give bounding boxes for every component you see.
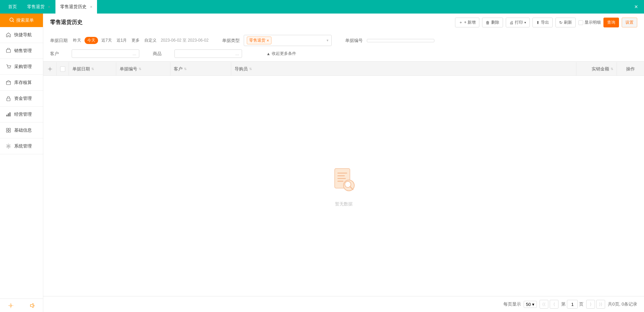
page-number-input[interactable] <box>567 300 578 309</box>
sidebar-item-finance[interactable]: 资金管理 <box>0 91 43 107</box>
query-btn[interactable]: 查询 <box>603 18 619 27</box>
settings-icon <box>5 143 11 149</box>
date-more[interactable]: 更多 <box>130 37 141 44</box>
collapse-up-icon: ▲ <box>266 51 270 56</box>
grid-icon <box>5 127 11 133</box>
date-today[interactable]: 今天 <box>85 37 98 44</box>
show-detail-label: 显示明细 <box>585 20 601 25</box>
table-header: 单据日期 ⇅ 单据编号 ⇅ 客户 ⇅ 导购员 ⇅ 实销金额 ⇅ <box>43 62 644 76</box>
th-customer-label: 客户 <box>174 66 183 72</box>
th-no[interactable]: 单据编号 ⇅ <box>116 62 170 75</box>
print-icon: 🖨 <box>509 20 514 25</box>
customer-input[interactable]: ... <box>72 49 139 58</box>
th-amount-label: 实销金额 <box>592 66 609 72</box>
page-title-row: 零售退货历史 ＋ + 新增 🗑 删除 🖨 打印 ▾ <box>50 18 637 27</box>
header-checkbox[interactable] <box>60 66 65 72</box>
th-guide-sort-icon: ⇅ <box>249 67 252 71</box>
export-label: 导出 <box>541 20 549 25</box>
th-amount[interactable]: 实销金额 ⇅ <box>576 62 617 75</box>
sidebar-item-system-label: 系统管理 <box>14 143 32 149</box>
filter-row-1: 单据日期 昨天 今天 近7天 近1月 更多 自定义 2023-06-02 至 2… <box>50 35 637 46</box>
first-page-btn[interactable]: ⟨⟨ <box>540 300 548 309</box>
new-btn[interactable]: ＋ + 新增 <box>455 18 479 27</box>
next-page-btn[interactable]: ⟩ <box>586 300 595 309</box>
svg-rect-13 <box>9 131 10 132</box>
delete-label: 删除 <box>491 20 499 25</box>
tab-home[interactable]: 首页 <box>3 0 22 14</box>
th-date-sort-icon: ⇅ <box>91 67 94 71</box>
filters-area: 单据日期 昨天 今天 近7天 近1月 更多 自定义 2023-06-02 至 2… <box>50 31 637 58</box>
th-date[interactable]: 单据日期 ⇅ <box>69 62 116 75</box>
sidebar-audio-btn[interactable] <box>22 299 43 312</box>
filter-row-2: 客户 ... 商品 ... ▲ 收起 <box>50 49 637 58</box>
svg-marker-16 <box>30 304 33 308</box>
th-guide[interactable]: 导购员 ⇅ <box>231 62 576 75</box>
sidebar-gear-btn[interactable] <box>0 299 22 312</box>
date-7days[interactable]: 近7天 <box>100 37 113 44</box>
export-btn[interactable]: ⬆ 导出 <box>532 18 553 27</box>
page-header: 零售退货历史 ＋ + 新增 🗑 删除 🖨 打印 ▾ <box>43 14 644 62</box>
empty-state: 暂无数据 <box>43 76 644 296</box>
number-input[interactable] <box>367 39 434 42</box>
th-customer[interactable]: 客户 ⇅ <box>170 62 231 75</box>
tab-retail-return-history-close[interactable]: × <box>90 5 92 9</box>
pagination: 每页显示 50 ▾ ⟨⟨ ⟨ 第 页 ⟩ ⟩⟩ 共0页, <box>43 296 644 312</box>
tab-retail-return[interactable]: 零售退货 × <box>22 0 55 14</box>
goods-input[interactable]: ... <box>174 49 242 58</box>
svg-rect-11 <box>9 128 10 130</box>
print-btn[interactable]: 🖨 打印 ▾ <box>506 18 530 27</box>
customer-filter-label: 客户 <box>50 51 69 57</box>
date-1month[interactable]: 近1月 <box>115 37 128 44</box>
show-detail-wrap: 显示明细 <box>578 20 601 25</box>
th-check[interactable] <box>57 62 69 75</box>
date-yesterday[interactable]: 昨天 <box>72 37 82 44</box>
settings-label: 设置 <box>625 20 634 25</box>
th-settings[interactable] <box>43 62 57 75</box>
date-custom[interactable]: 自定义 <box>143 37 158 44</box>
prev-page-btn[interactable]: ⟨ <box>550 300 558 309</box>
last-page-btn[interactable]: ⟩⟩ <box>596 300 605 309</box>
tab-retail-return-close[interactable]: × <box>48 5 50 9</box>
pagination-nav-next: ⟩ ⟩⟩ <box>586 300 605 309</box>
page-unit: 页 <box>579 301 583 307</box>
th-amount-sort-icon: ⇅ <box>611 67 613 71</box>
svg-rect-10 <box>6 128 8 130</box>
lock-icon <box>5 95 11 102</box>
svg-line-1 <box>13 21 14 22</box>
per-page-select[interactable]: 50 ▾ <box>524 301 537 308</box>
sidebar-item-sales-mgmt[interactable]: 销售管理 <box>0 43 43 59</box>
sidebar-item-quick-nav[interactable]: 快捷导航 <box>0 27 43 43</box>
type-tag-value: 零售退货 <box>249 38 265 43</box>
collapse-label: 收起更多条件 <box>272 51 296 57</box>
collapse-btn[interactable]: ▲ 收起更多条件 <box>262 49 300 58</box>
filter-group-type: 单据类型 零售退货 × ▾ <box>222 35 332 46</box>
empty-text: 暂无数据 <box>335 201 353 207</box>
sidebar-search[interactable]: 搜索菜单 <box>0 14 43 27</box>
tab-retail-return-history[interactable]: 零售退货历史 × <box>55 0 97 14</box>
sidebar-item-inventory[interactable]: 库存核算 <box>0 75 43 91</box>
show-detail-checkbox[interactable] <box>578 20 583 25</box>
sidebar-item-purchase-mgmt[interactable]: 采购管理 <box>0 59 43 75</box>
th-action-label: 操作 <box>626 66 635 72</box>
sidebar-item-quick-nav-label: 快捷导航 <box>14 32 32 38</box>
type-select[interactable]: 零售退货 × ▾ <box>244 35 332 46</box>
print-chevron-icon: ▾ <box>524 21 526 24</box>
type-tag-remove[interactable]: × <box>267 38 269 43</box>
pagination-page-input: 第 页 <box>561 300 583 309</box>
sidebar-item-operations[interactable]: 经营管理 <box>0 107 43 122</box>
empty-icon <box>329 165 359 196</box>
sidebar-item-base-info[interactable]: 基础信息 <box>0 122 43 138</box>
sidebar-item-system[interactable]: 系统管理 <box>0 138 43 154</box>
goods-filter-label: 商品 <box>153 51 172 57</box>
settings-btn[interactable]: 设置 <box>622 18 637 27</box>
close-window-btn[interactable]: × <box>631 3 641 10</box>
refresh-label: 刷新 <box>564 20 572 25</box>
th-customer-sort-icon: ⇅ <box>184 67 187 71</box>
filter-group-customer: 客户 ... <box>50 49 139 58</box>
toolbar: ＋ + 新增 🗑 删除 🖨 打印 ▾ ⬆ 导出 <box>455 18 637 27</box>
refresh-btn[interactable]: ↻ 刷新 <box>555 18 576 27</box>
svg-rect-8 <box>8 113 9 116</box>
tab-retail-return-label: 零售退货 <box>27 4 45 10</box>
content-area: 零售退货历史 ＋ + 新增 🗑 删除 🖨 打印 ▾ <box>43 14 644 312</box>
delete-btn[interactable]: 🗑 删除 <box>482 18 503 27</box>
